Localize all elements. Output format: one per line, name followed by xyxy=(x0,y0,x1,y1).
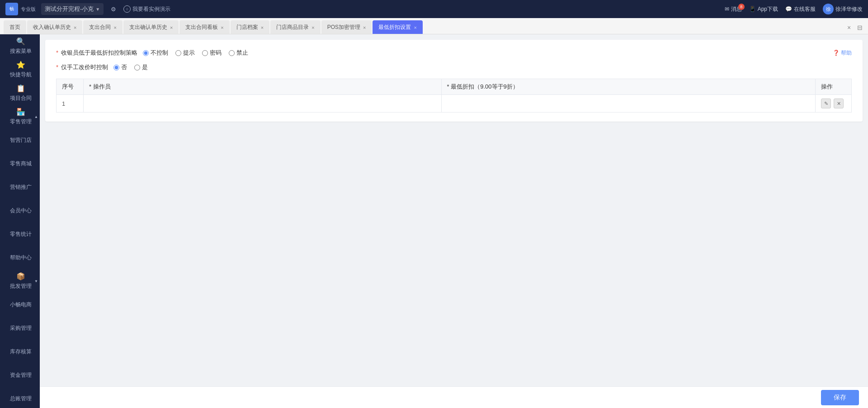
radio-no-control[interactable]: 不控制 xyxy=(143,49,168,57)
tab-home[interactable]: 首页 xyxy=(4,20,26,34)
cell-actions: ✎ ✕ xyxy=(816,95,852,113)
sidebar: 🔍 搜索菜单 ⭐ 快捷导航 📋 项目合同 🏪 零售管理 智营门店 零售商城 营销… xyxy=(0,34,40,408)
message-icon: ✉ xyxy=(725,6,729,12)
app-download-button[interactable]: 📱 App下载 xyxy=(749,5,778,13)
sidebar-item-member-center[interactable]: 会员中心 xyxy=(0,199,40,222)
project-arrow-icon: ▼ xyxy=(95,7,100,12)
tab-pos-password[interactable]: POS加密管理 × xyxy=(321,20,372,34)
radio-yes[interactable]: 是 xyxy=(134,63,148,71)
sidebar-item-ledger[interactable]: 总账管理 xyxy=(0,387,40,408)
page-content: * 收银员低于最低折扣控制策略 不控制 提示 xyxy=(40,34,868,386)
topbar-settings-icon[interactable]: ⚙ xyxy=(109,4,118,14)
tab-home-label: 首页 xyxy=(9,23,20,31)
app-download-label: App下载 xyxy=(758,5,778,13)
sidebar-retail-mall-label: 零售商城 xyxy=(10,160,32,168)
tab-payment-board-close[interactable]: × xyxy=(221,25,223,30)
customer-service-button[interactable]: 💬 在线客服 xyxy=(785,5,816,13)
demo-circle-icon: ○ xyxy=(123,5,131,13)
service-icon: 💬 xyxy=(785,6,792,12)
operator-input[interactable] xyxy=(89,100,436,107)
close-all-tabs-button[interactable]: × xyxy=(844,23,854,32)
radio-prompt[interactable]: 提示 xyxy=(175,49,195,57)
sidebar-item-quick-nav[interactable]: ⭐ 快捷导航 xyxy=(0,58,40,81)
cell-seq: 1 xyxy=(57,95,84,113)
tab-min-discount-close[interactable]: × xyxy=(414,25,416,30)
message-button[interactable]: ✉ 消息 8 xyxy=(725,5,742,13)
sidebar-wholesale-label: 批发管理 xyxy=(10,282,32,290)
tab-payment-contract-close[interactable]: × xyxy=(113,25,116,30)
radio-no-input[interactable] xyxy=(113,65,119,70)
sidebar-item-retail-stats[interactable]: 零售统计 xyxy=(0,222,40,246)
tab-payment-contract[interactable]: 支出合同 × xyxy=(83,20,122,34)
demo-label: 我要看实例演示 xyxy=(132,5,170,13)
tab-payment-board[interactable]: 支出合同看板 × xyxy=(179,20,229,34)
customer-service-label: 在线客服 xyxy=(794,5,816,13)
sidebar-item-help-center[interactable]: 帮助中心 xyxy=(0,246,40,269)
app-logo: 畅 专业版 xyxy=(5,3,36,15)
tab-store-catalog-close[interactable]: × xyxy=(311,25,314,30)
tab-income-history[interactable]: 收入确认单历史 × xyxy=(27,20,82,34)
discount-strategy-label: * 收银员低于最低折扣控制策略 xyxy=(56,49,137,57)
sidebar-marketing-label: 营销推广 xyxy=(10,183,32,191)
project-selector[interactable]: 测试分开完程-小克 ▼ xyxy=(41,3,104,15)
help-link[interactable]: ❓ 帮助 xyxy=(833,49,852,57)
manual-price-row: * 仅手工改价时控制 否 是 xyxy=(56,63,852,71)
tab-min-discount[interactable]: 最低折扣设置 × xyxy=(373,20,422,34)
delete-row-button[interactable]: ✕ xyxy=(834,98,844,108)
radio-no-control-input[interactable] xyxy=(143,50,149,56)
tab-store-archive[interactable]: 门店档案 × xyxy=(231,20,269,34)
message-badge: 8 xyxy=(738,4,745,10)
sidebar-item-smart-store[interactable]: 智营门店 xyxy=(0,128,40,152)
col-header-discount: * 最低折扣（9.00等于9折） xyxy=(441,79,815,95)
table-header-row: 序号 * 操作员 * 最低折扣（9.00等于9折） 操作 xyxy=(57,79,852,95)
sidebar-item-inventory[interactable]: 库存核算 xyxy=(0,340,40,363)
project-name: 测试分开完程-小克 xyxy=(45,5,94,13)
radio-forbid-input[interactable] xyxy=(229,50,235,56)
discount-input[interactable] xyxy=(447,100,810,107)
sidebar-item-capital[interactable]: 资金管理 xyxy=(0,363,40,387)
tab-store-archive-close[interactable]: × xyxy=(261,25,264,30)
sidebar-item-ecommerce[interactable]: 小畅电商 xyxy=(0,293,40,316)
sidebar-retail-management-label: 零售管理 xyxy=(10,118,32,126)
wholesale-icon: 📦 xyxy=(16,272,25,281)
sidebar-item-retail-management[interactable]: 🏪 零售管理 xyxy=(0,105,40,128)
cell-discount[interactable] xyxy=(441,95,815,113)
sidebar-item-wholesale[interactable]: 📦 批发管理 xyxy=(0,269,40,293)
tab-income-history-close[interactable]: × xyxy=(74,25,76,30)
tab-payment-confirm[interactable]: 支出确认单历史 × xyxy=(123,20,179,34)
sidebar-help-center-label: 帮助中心 xyxy=(10,254,32,262)
sidebar-item-search[interactable]: 🔍 搜索菜单 xyxy=(0,34,40,58)
sidebar-project-contract-label: 项目合同 xyxy=(10,94,32,102)
sidebar-quick-nav-label: 快捷导航 xyxy=(10,71,32,79)
main-layout: 🔍 搜索菜单 ⭐ 快捷导航 📋 项目合同 🏪 零售管理 智营门店 零售商城 营销… xyxy=(0,34,868,408)
tabbar-actions: × ⊟ xyxy=(844,23,864,34)
sidebar-item-project-contract[interactable]: 📋 项目合同 xyxy=(0,81,40,105)
required-mark-2: * xyxy=(56,64,58,70)
download-icon: 📱 xyxy=(749,6,756,12)
demo-link[interactable]: ○ 我要看实例演示 xyxy=(123,5,170,13)
radio-prompt-input[interactable] xyxy=(175,50,181,56)
edit-row-button[interactable]: ✎ xyxy=(821,98,831,108)
radio-yes-input[interactable] xyxy=(134,65,140,70)
logo-icon: 畅 xyxy=(5,3,18,15)
sidebar-item-purchase[interactable]: 采购管理 xyxy=(0,316,40,340)
tab-menu-button[interactable]: ⊟ xyxy=(855,23,864,32)
sidebar-item-retail-mall[interactable]: 零售商城 xyxy=(0,152,40,175)
radio-password[interactable]: 密码 xyxy=(202,49,222,57)
table-row: 1 ✎ ✕ xyxy=(57,95,852,113)
tab-income-history-label: 收入确认单历史 xyxy=(33,23,71,31)
radio-forbid[interactable]: 禁止 xyxy=(229,49,248,57)
radio-no[interactable]: 否 xyxy=(113,63,127,71)
tab-store-catalog[interactable]: 门店商品目录 × xyxy=(270,20,320,34)
radio-password-input[interactable] xyxy=(202,50,208,56)
save-button[interactable]: 保存 xyxy=(821,390,859,405)
sidebar-item-marketing[interactable]: 营销推广 xyxy=(0,175,40,199)
cell-operator[interactable] xyxy=(84,95,442,113)
user-menu[interactable]: 徐 徐泽华修改 xyxy=(823,4,863,14)
tab-pos-password-close[interactable]: × xyxy=(363,25,366,30)
col-header-operator: * 操作员 xyxy=(84,79,442,95)
tab-store-catalog-label: 门店商品目录 xyxy=(276,23,309,31)
tab-min-discount-label: 最低折扣设置 xyxy=(378,23,411,31)
tab-bar: 首页 收入确认单历史 × 支出合同 × 支出确认单历史 × 支出合同看板 × 门… xyxy=(0,18,868,34)
tab-payment-confirm-close[interactable]: × xyxy=(170,25,173,30)
